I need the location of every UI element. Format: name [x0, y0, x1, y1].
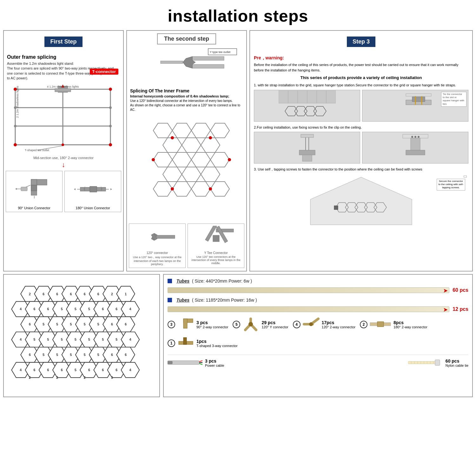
svg-marker-60 — [210, 182, 229, 196]
hex-grid-svg — [129, 115, 244, 220]
connector-item-4: 4 17pcs 120° 2-way connector — [293, 317, 356, 331]
svg-rect-23 — [31, 185, 37, 191]
panel1-header: First Step — [44, 37, 82, 47]
nylon-tie-pcs: 60 pcs — [446, 358, 468, 364]
svg-text:6: 6 — [29, 322, 31, 326]
connector-4-pcs: 17pcs — [322, 320, 356, 325]
svg-point-218 — [248, 322, 253, 326]
svg-rect-37 — [192, 57, 224, 60]
ceiling-img-3-container: Secure the connector to the ceiling with… — [254, 174, 468, 232]
ceiling-inst2: 2.For ceiling installation, use fixing s… — [254, 125, 468, 130]
svg-marker-43 — [153, 123, 172, 138]
connector-1-info: 1pcs T-shaped 3-way connector — [196, 339, 238, 348]
svg-marker-56 — [201, 167, 220, 182]
svg-rect-85 — [412, 97, 425, 102]
panel-first-step: First Step T-connector Outer frame splic… — [3, 30, 124, 271]
svg-marker-83 — [314, 106, 326, 116]
power-cable-item: 3 pcs Power cable — [168, 358, 224, 368]
cable-row: 3 pcs Power cable — [168, 355, 468, 368]
svg-text:5: 5 — [47, 338, 49, 341]
ceiling-title: This series of products provide a variet… — [254, 75, 468, 80]
y-tee-svg — [195, 226, 237, 251]
connector-5-svg — [242, 317, 260, 331]
svg-rect-40 — [161, 61, 183, 64]
panel2-desc1: Use a 120° bidirectional connector at th… — [130, 99, 243, 112]
ceiling-3d-svg — [307, 174, 415, 231]
svg-marker-52 — [191, 152, 210, 167]
red-arrow-down: ↓ — [4, 161, 123, 169]
svg-point-11 — [14, 125, 17, 127]
svg-text:6: 6 — [29, 353, 31, 357]
svg-text:5: 5 — [56, 353, 58, 357]
svg-point-62 — [209, 136, 212, 139]
svg-text:4: 4 — [20, 368, 22, 372]
svg-text:2: 2 — [56, 376, 58, 379]
ceiling-img-2a — [254, 132, 360, 164]
panel3-header: Step 3 — [347, 37, 375, 47]
svg-text:5: 5 — [102, 338, 104, 341]
warning-title: Pre，warning: — [254, 55, 468, 61]
svg-marker-28 — [15, 188, 17, 190]
svg-text:6: 6 — [111, 322, 113, 326]
svg-text:6: 6 — [33, 368, 35, 372]
svg-text:5: 5 — [43, 353, 44, 357]
svg-rect-214 — [183, 319, 187, 328]
connector-120-label: 120° connector — [147, 251, 168, 255]
svg-rect-38 — [192, 64, 224, 68]
connector-90-svg — [15, 173, 53, 205]
svg-text:6: 6 — [125, 353, 127, 357]
svg-rect-73 — [213, 235, 219, 242]
connector-2-pcs: 8pcs — [393, 320, 427, 325]
svg-marker-100 — [310, 177, 412, 225]
svg-text:6: 6 — [47, 368, 49, 372]
svg-marker-51 — [172, 152, 191, 167]
svg-text:5: 5 — [70, 322, 72, 326]
connector-5-info: 29 pcs 120° Y connector — [261, 320, 288, 329]
connector-180-box: 180° Union Connector — [64, 171, 121, 212]
svg-rect-95 — [411, 138, 420, 151]
y-tee-label: Y Tee Connector — [204, 251, 228, 255]
svg-text:4: 4 — [129, 338, 131, 341]
hex-network-panel: .hex-node { fill: white; stroke: #333; s… — [3, 274, 160, 397]
svg-point-97 — [414, 136, 416, 138]
tube1-row: Tubes ( Size: 440*20mm Power: 6w ) — [168, 278, 468, 284]
nylon-tie-info: 60 pcs Nylon cable tie — [446, 358, 468, 367]
connector-120-box: 120° connector Use a 120° two，way connec… — [129, 224, 186, 268]
svg-marker-45 — [191, 123, 210, 138]
tube1-label: Tubes — [176, 278, 189, 284]
connector-item-5: 5 29 pcs 120° Y connector — [233, 317, 288, 331]
svg-text:4: 4 — [129, 368, 131, 372]
svg-text:5: 5 — [43, 322, 44, 326]
connector-4-info: 17pcs 120° 2-way connector — [322, 320, 356, 329]
svg-text:5: 5 — [97, 322, 99, 326]
nylon-tie-item: 60 pcs Nylon cable tie — [408, 358, 468, 368]
svg-text:5: 5 — [84, 353, 86, 357]
ceiling-inst3: 3. Use self，tapping screws to fasten the… — [254, 167, 468, 172]
svg-text:6: 6 — [43, 292, 44, 296]
svg-line-20 — [37, 146, 63, 150]
svg-rect-92 — [299, 150, 315, 155]
svg-text:6: 6 — [102, 307, 104, 311]
svg-marker-53 — [210, 152, 229, 167]
svg-point-6 — [14, 143, 17, 146]
power-cable-info: 3 pcs Power cable — [205, 358, 224, 367]
connector-90-label: 90° Union Connector — [18, 206, 50, 210]
svg-rect-223 — [377, 322, 384, 327]
svg-text:6: 6 — [84, 292, 86, 296]
svg-rect-231 — [408, 361, 437, 364]
svg-rect-227 — [168, 361, 172, 364]
svg-marker-54 — [163, 167, 182, 182]
svg-rect-30 — [90, 186, 97, 192]
svg-text:3: 3 — [111, 376, 113, 379]
svg-point-65 — [171, 187, 174, 191]
tube2-label: Tubes — [176, 298, 189, 303]
ceiling-grid-svg — [279, 90, 336, 121]
connector-num-3: 3 — [168, 321, 175, 328]
svg-marker-36 — [110, 188, 112, 190]
svg-text:5: 5 — [61, 338, 63, 341]
svg-text:5: 5 — [75, 368, 76, 372]
svg-point-66 — [209, 187, 212, 191]
svg-marker-50 — [153, 152, 172, 167]
connector-5-pcs: 29 pcs — [261, 320, 288, 325]
connector-num-1: 1 — [168, 339, 175, 347]
